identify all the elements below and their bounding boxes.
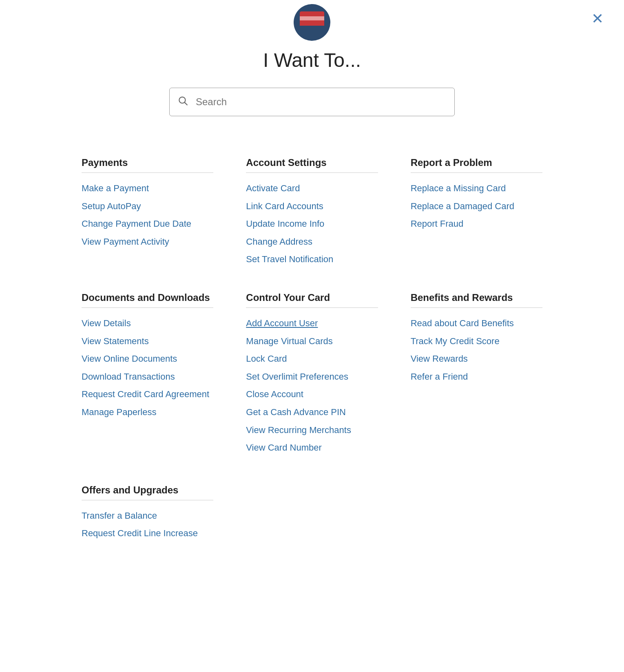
link-replace-missing-card[interactable]: Replace a Missing Card: [411, 180, 542, 197]
list-item: View Card Number: [246, 440, 378, 456]
list-item: Add Account User: [246, 315, 378, 332]
list-item: Refer a Friend: [411, 369, 542, 385]
documents-links: View Details View Statements View Online…: [82, 315, 213, 420]
link-download-transactions[interactable]: Download Transactions: [82, 369, 213, 385]
link-make-payment[interactable]: Make a Payment: [82, 180, 213, 197]
link-close-account[interactable]: Close Account: [246, 386, 378, 402]
list-item: View Payment Activity: [82, 234, 213, 250]
category-benefits-rewards: Benefits and Rewards Read about Card Ben…: [411, 292, 542, 456]
list-item: Set Travel Notification: [246, 251, 378, 267]
category-title-payments: Payments: [82, 157, 213, 173]
list-item: Get a Cash Advance PIN: [246, 404, 378, 420]
header-section: I Want To...: [82, 0, 542, 141]
link-refer-friend[interactable]: Refer a Friend: [411, 369, 542, 385]
offers-links: Transfer a Balance Request Credit Line I…: [82, 508, 213, 542]
list-item: Transfer a Balance: [82, 508, 213, 524]
category-report-problem: Report a Problem Replace a Missing Card …: [411, 157, 542, 267]
list-item: Replace a Damaged Card: [411, 198, 542, 214]
link-link-card-accounts[interactable]: Link Card Accounts: [246, 198, 378, 214]
link-manage-virtual-cards[interactable]: Manage Virtual Cards: [246, 333, 378, 349]
link-lock-card[interactable]: Lock Card: [246, 351, 378, 367]
category-control-your-card: Control Your Card Add Account User Manag…: [246, 292, 378, 456]
search-icon: [177, 95, 188, 109]
list-item: View Statements: [82, 333, 213, 349]
list-item: Request Credit Line Increase: [82, 525, 213, 542]
account-settings-links: Activate Card Link Card Accounts Update …: [246, 180, 378, 267]
category-offers-upgrades: Offers and Upgrades Transfer a Balance R…: [82, 484, 213, 542]
list-item: Read about Card Benefits: [411, 315, 542, 332]
report-problem-links: Replace a Missing Card Replace a Damaged…: [411, 180, 542, 232]
list-item: Track My Credit Score: [411, 333, 542, 349]
modal-container: ✕ I Want To...: [0, 0, 624, 672]
list-item: Change Address: [246, 234, 378, 250]
category-title-report-problem: Report a Problem: [411, 157, 542, 173]
link-read-card-benefits[interactable]: Read about Card Benefits: [411, 315, 542, 332]
list-item: Setup AutoPay: [82, 198, 213, 214]
list-item: Update Income Info: [246, 216, 378, 232]
list-item: Lock Card: [246, 351, 378, 367]
svg-line-5: [185, 102, 187, 105]
link-view-payment-activity[interactable]: View Payment Activity: [82, 234, 213, 250]
list-item: Close Account: [246, 386, 378, 402]
benefits-links: Read about Card Benefits Track My Credit…: [411, 315, 542, 385]
link-view-card-number[interactable]: View Card Number: [246, 440, 378, 456]
page-title: I Want To...: [263, 49, 361, 71]
link-report-fraud[interactable]: Report Fraud: [411, 216, 542, 232]
link-track-credit-score[interactable]: Track My Credit Score: [411, 333, 542, 349]
link-view-details[interactable]: View Details: [82, 315, 213, 332]
search-input[interactable]: [169, 88, 455, 116]
link-view-online-documents[interactable]: View Online Documents: [82, 351, 213, 367]
link-add-account-user[interactable]: Add Account User: [246, 315, 378, 332]
list-item: Replace a Missing Card: [411, 180, 542, 197]
list-item: Activate Card: [246, 180, 378, 197]
avatar: [294, 4, 330, 41]
category-payments: Payments Make a Payment Setup AutoPay Ch…: [82, 157, 213, 267]
payments-links: Make a Payment Setup AutoPay Change Paym…: [82, 180, 213, 250]
category-documents-downloads: Documents and Downloads View Details Vie…: [82, 292, 213, 456]
link-view-statements[interactable]: View Statements: [82, 333, 213, 349]
close-button[interactable]: ✕: [591, 11, 604, 26]
link-get-cash-advance-pin[interactable]: Get a Cash Advance PIN: [246, 404, 378, 420]
link-request-credit-line-increase[interactable]: Request Credit Line Increase: [82, 525, 213, 542]
link-set-travel-notification[interactable]: Set Travel Notification: [246, 251, 378, 267]
list-item: Set Overlimit Preferences: [246, 369, 378, 385]
list-item: Manage Virtual Cards: [246, 333, 378, 349]
category-title-account-settings: Account Settings: [246, 157, 378, 173]
link-activate-card[interactable]: Activate Card: [246, 180, 378, 197]
control-card-links: Add Account User Manage Virtual Cards Lo…: [246, 315, 378, 456]
link-transfer-balance[interactable]: Transfer a Balance: [82, 508, 213, 524]
link-request-credit-card-agreement[interactable]: Request Credit Card Agreement: [82, 386, 213, 402]
list-item: Report Fraud: [411, 216, 542, 232]
list-item: Manage Paperless: [82, 404, 213, 420]
svg-rect-3: [300, 16, 324, 20]
categories-grid: Payments Make a Payment Setup AutoPay Ch…: [82, 157, 542, 542]
list-item: Download Transactions: [82, 369, 213, 385]
category-title-benefits: Benefits and Rewards: [411, 292, 542, 308]
category-title-control-card: Control Your Card: [246, 292, 378, 308]
category-title-documents: Documents and Downloads: [82, 292, 213, 308]
list-item: View Rewards: [411, 351, 542, 367]
list-item: Request Credit Card Agreement: [82, 386, 213, 402]
link-set-overlimit-preferences[interactable]: Set Overlimit Preferences: [246, 369, 378, 385]
link-setup-autopay[interactable]: Setup AutoPay: [82, 198, 213, 214]
list-item: View Details: [82, 315, 213, 332]
link-change-payment-due-date[interactable]: Change Payment Due Date: [82, 216, 213, 232]
category-account-settings: Account Settings Activate Card Link Card…: [246, 157, 378, 267]
link-replace-damaged-card[interactable]: Replace a Damaged Card: [411, 198, 542, 214]
list-item: View Online Documents: [82, 351, 213, 367]
link-view-rewards[interactable]: View Rewards: [411, 351, 542, 367]
link-manage-paperless[interactable]: Manage Paperless: [82, 404, 213, 420]
list-item: View Recurring Merchants: [246, 422, 378, 438]
link-view-recurring-merchants[interactable]: View Recurring Merchants: [246, 422, 378, 438]
search-container: [169, 88, 455, 116]
category-title-offers: Offers and Upgrades: [82, 484, 213, 500]
list-item: Link Card Accounts: [246, 198, 378, 214]
list-item: Make a Payment: [82, 180, 213, 197]
link-change-address[interactable]: Change Address: [246, 234, 378, 250]
link-update-income-info[interactable]: Update Income Info: [246, 216, 378, 232]
list-item: Change Payment Due Date: [82, 216, 213, 232]
